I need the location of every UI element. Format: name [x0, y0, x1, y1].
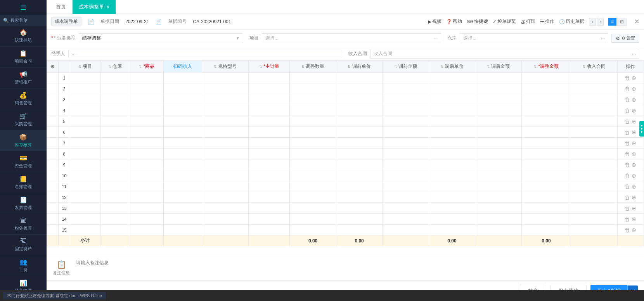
table-cell[interactable] [100, 192, 130, 203]
table-cell[interactable] [100, 83, 130, 94]
delete-icon[interactable]: 🗑 [625, 129, 630, 135]
table-cell[interactable] [70, 73, 100, 83]
table-cell[interactable] [475, 73, 521, 83]
table-cell[interactable] [163, 159, 202, 170]
table-cell[interactable] [336, 149, 382, 159]
table-cell[interactable] [202, 116, 248, 127]
table-cell[interactable] [429, 105, 475, 116]
table-cell[interactable] [383, 138, 429, 149]
table-cell[interactable] [336, 105, 382, 116]
table-cell[interactable] [475, 149, 521, 159]
table-cell[interactable] [202, 127, 248, 138]
tab-cost-adjust[interactable]: 成本调整单 ✕ [73, 0, 116, 14]
table-cell[interactable] [521, 159, 571, 170]
table-cell[interactable] [429, 170, 475, 181]
copy-icon[interactable]: ⊕ [632, 140, 636, 146]
table-cell[interactable] [429, 192, 475, 203]
view-action[interactable]: ▶ 视频 [428, 18, 441, 25]
table-cell[interactable] [521, 181, 571, 192]
tab-close-icon[interactable]: ✕ [106, 5, 109, 9]
table-cell[interactable] [571, 138, 617, 149]
table-cell[interactable] [100, 203, 130, 214]
sidebar-item-tax[interactable]: 🏛 税务管理 [0, 214, 47, 235]
table-cell[interactable] [248, 203, 290, 214]
sidebar-item-payroll[interactable]: 👥 工资 [0, 255, 47, 276]
table-cell[interactable] [383, 225, 429, 235]
tab-home[interactable]: 首页 [50, 0, 73, 14]
delete-icon[interactable]: 🗑 [625, 162, 630, 168]
table-cell[interactable] [202, 225, 248, 235]
copy-icon[interactable]: ⊕ [632, 118, 636, 125]
copy-icon[interactable]: ⊕ [632, 162, 636, 168]
table-cell[interactable] [521, 170, 571, 181]
table-cell[interactable] [290, 127, 336, 138]
table-cell[interactable] [571, 181, 617, 192]
table-cell[interactable] [100, 149, 130, 159]
table-cell[interactable] [571, 127, 617, 138]
table-cell[interactable] [100, 159, 130, 170]
income-contract-dots[interactable]: ··· [632, 51, 636, 57]
settings-button[interactable]: ⚙ ⚙ 设置 [611, 34, 639, 43]
table-cell[interactable] [336, 116, 382, 127]
warehouse-select[interactable]: 选择... ··· [460, 33, 608, 43]
delete-icon[interactable]: 🗑 [625, 216, 630, 222]
prev-arrow[interactable]: ‹ [589, 18, 596, 26]
table-cell[interactable] [521, 138, 571, 149]
table-cell[interactable] [475, 127, 521, 138]
table-cell[interactable] [163, 214, 202, 225]
table-cell[interactable] [336, 83, 382, 94]
copy-icon[interactable]: ⊕ [632, 183, 636, 190]
delete-icon[interactable]: 🗑 [625, 173, 630, 179]
table-cell[interactable] [383, 214, 429, 225]
delete-icon[interactable]: 🗑 [625, 183, 630, 190]
business-type-select[interactable]: 结存调整 ▼ [79, 33, 243, 43]
table-cell[interactable] [163, 105, 202, 116]
table-cell[interactable] [290, 181, 336, 192]
table-cell[interactable] [571, 225, 617, 235]
table-cell[interactable] [290, 170, 336, 181]
table-cell[interactable] [383, 192, 429, 203]
table-cell[interactable] [571, 203, 617, 214]
table-cell[interactable] [202, 159, 248, 170]
table-cell[interactable] [521, 94, 571, 105]
table-cell[interactable] [248, 127, 290, 138]
table-cell[interactable] [202, 138, 248, 149]
table-cell[interactable] [70, 105, 100, 116]
table-cell[interactable] [429, 127, 475, 138]
table-cell[interactable] [163, 149, 202, 159]
table-cell[interactable] [248, 138, 290, 149]
table-cell[interactable] [70, 127, 100, 138]
sidebar-item-marketing[interactable]: 📢 营销推广 [0, 67, 47, 88]
table-cell[interactable] [70, 214, 100, 225]
table-cell[interactable] [202, 83, 248, 94]
table-cell[interactable] [336, 192, 382, 203]
table-cell[interactable] [202, 203, 248, 214]
sidebar-item-purchase[interactable]: 🛒 采购管理 [0, 109, 47, 130]
table-cell[interactable] [571, 94, 617, 105]
table-cell[interactable] [248, 94, 290, 105]
table-cell[interactable] [521, 149, 571, 159]
table-cell[interactable] [475, 116, 521, 127]
table-cell[interactable] [248, 214, 290, 225]
table-cell[interactable] [571, 159, 617, 170]
table-cell[interactable] [163, 127, 202, 138]
table-cell[interactable] [163, 73, 202, 83]
delete-icon[interactable]: 🗑 [625, 227, 630, 233]
col-settings-header[interactable]: ⚙ [47, 61, 59, 73]
copy-icon[interactable]: ⊕ [632, 86, 636, 92]
col-scan-header[interactable]: 扫码录入 [163, 61, 202, 73]
sidebar-item-finance[interactable]: 💳 资金管理 [0, 151, 47, 172]
sidebar-item-project-contract[interactable]: 📋 项目合同 [0, 47, 47, 67]
delete-icon[interactable]: 🗑 [625, 118, 630, 125]
table-cell[interactable] [429, 116, 475, 127]
project-select[interactable]: 选择... ··· [262, 33, 441, 43]
table-cell[interactable] [100, 138, 130, 149]
table-cell[interactable] [70, 181, 100, 192]
table-cell[interactable] [290, 105, 336, 116]
table-cell[interactable] [248, 181, 290, 192]
table-cell[interactable] [290, 159, 336, 170]
copy-icon[interactable]: ⊕ [632, 75, 636, 81]
warehouse-dots[interactable]: ··· [601, 36, 605, 41]
table-cell[interactable] [383, 159, 429, 170]
table-cell[interactable] [290, 192, 336, 203]
